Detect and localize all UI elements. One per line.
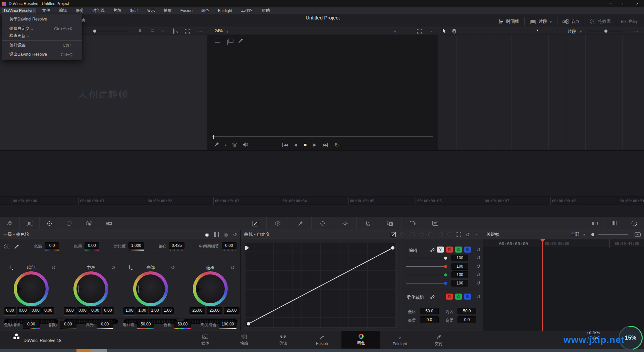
collapse-panel-icon[interactable]: ◀ <box>635 232 641 237</box>
tab-fusion[interactable]: Fusion <box>303 331 341 350</box>
curves-reset-icon[interactable]: ↺ <box>466 232 470 237</box>
luma-gain-field[interactable]: 100 <box>451 255 468 261</box>
gain-red-field[interactable]: 1.00 <box>136 307 148 314</box>
soft-clip-g-button[interactable]: G <box>455 294 462 300</box>
menu-clip[interactable]: 片段 <box>113 8 121 13</box>
nodes-toggle[interactable]: 节点 <box>557 18 585 25</box>
curve-sat-sat-icon[interactable] <box>438 232 443 237</box>
offset-red-field[interactable]: 25.00 <box>190 307 205 314</box>
gain-reset-icon[interactable]: ↺ <box>171 265 175 270</box>
pivot-field[interactable]: 0.435 <box>169 242 184 249</box>
keyframes-playhead-line[interactable] <box>542 239 543 331</box>
primary-bars-mode-icon[interactable] <box>214 232 219 237</box>
primary-reset-icon[interactable]: ↺ <box>233 232 237 237</box>
high-soft-field[interactable]: 0.0 <box>458 316 476 323</box>
color-wheels-button[interactable] <box>40 217 59 230</box>
menu-item-quit[interactable]: 退出DaVinci ResolveCtrl+Q <box>2 51 82 58</box>
menu-davinci-resolve[interactable]: DaVinci Resolve <box>2 8 36 13</box>
stereo-3d-button[interactable]: 3D <box>424 217 446 230</box>
channel-g-button[interactable]: G <box>455 247 462 253</box>
shadows-field[interactable]: 0.00 <box>60 321 76 327</box>
clips-mode-chevron-icon[interactable]: ∨ <box>580 30 582 33</box>
viewer-zoom-select[interactable]: 24% <box>215 29 223 33</box>
clips-toggle[interactable]: ][ 片段 ∨ <box>525 18 557 25</box>
low-soft-field[interactable]: 0.0 <box>420 316 439 323</box>
auto-balance-icon[interactable]: A <box>4 244 9 249</box>
stop-icon[interactable]: ■ <box>304 142 307 147</box>
taskbar-item[interactable] <box>76 349 91 352</box>
tracker-button[interactable] <box>334 217 357 230</box>
clip-zoom-slider[interactable] <box>604 30 607 33</box>
maximize-button[interactable]: □ <box>617 0 631 7</box>
gallery-options-icon[interactable]: ⋯ <box>198 29 203 34</box>
menu-view[interactable]: 显示 <box>147 8 155 13</box>
hdr-wheels-button[interactable] <box>59 217 79 230</box>
scopes-button[interactable] <box>604 217 624 230</box>
timeline-select-chevron-icon[interactable]: ∨ <box>394 30 396 33</box>
curve-custom-icon[interactable] <box>391 232 396 237</box>
dual-screen-button[interactable] <box>585 217 604 230</box>
high-clip-field[interactable]: 50.0 <box>458 308 476 314</box>
sizing-palette-button[interactable] <box>401 217 424 230</box>
blur-palette-button[interactable] <box>357 217 379 230</box>
viewer-scrub-bar[interactable] <box>212 136 433 137</box>
tab-cut[interactable]: 快编 <box>225 331 264 350</box>
curve-hue-sat-icon[interactable] <box>410 232 415 237</box>
menu-workspace[interactable]: 工作区 <box>241 8 253 13</box>
motion-effects-button[interactable] <box>99 217 119 230</box>
eyedropper-chevron-icon[interactable]: ∨ <box>224 143 227 146</box>
view-dot-icon[interactable]: ○ <box>545 29 546 32</box>
blue-gain-slider[interactable] <box>406 283 446 283</box>
menu-trim[interactable]: 修剪 <box>76 8 84 13</box>
color-boost-field[interactable]: 0.00 <box>23 321 40 327</box>
timeline-ruler[interactable]: 00:00:00:00 00:00:00:01 00:00:00:02 00:0… <box>0 196 644 205</box>
saturation-field[interactable]: 50.00 <box>137 321 154 327</box>
gain-master-field[interactable]: 1.00 <box>123 307 136 314</box>
blue-gain-field[interactable]: 100 <box>451 280 468 287</box>
auto-color-wand-icon[interactable] <box>14 244 19 249</box>
view-dot-active-icon[interactable]: ● <box>537 29 538 32</box>
lift-red-field[interactable]: 0.00 <box>17 307 29 314</box>
layers-icon[interactable] <box>232 142 237 147</box>
gamma-master-field[interactable]: 0.00 <box>64 307 76 314</box>
expand-icon[interactable] <box>185 29 190 34</box>
qualifier-button[interactable] <box>289 217 312 230</box>
eyedropper-icon[interactable] <box>214 142 219 147</box>
luma-reset-icon[interactable]: ↺ <box>476 255 481 260</box>
blue-reset-icon[interactable]: ↺ <box>476 280 481 285</box>
clips-strip-panel[interactable] <box>438 35 644 150</box>
loop-icon[interactable]: ↻ <box>335 142 339 147</box>
tab-edit[interactable]: 剪辑 <box>264 331 303 350</box>
timeline-toggle[interactable]: 时间线 <box>493 18 524 25</box>
tab-media[interactable]: 媒体 <box>186 331 225 350</box>
soft-clip-reset-icon[interactable]: ↺ <box>476 294 481 299</box>
gain-green-field[interactable]: 1.00 <box>149 307 161 314</box>
gamma-red-field[interactable]: 0.00 <box>76 307 89 314</box>
green-gain-slider[interactable] <box>406 275 446 275</box>
gamma-green-field[interactable]: 0.00 <box>89 307 101 314</box>
timeline-options-icon[interactable]: ⋯ <box>634 29 639 34</box>
info-button[interactable]: i <box>624 217 644 230</box>
tab-fairlight[interactable]: ♪ Fairlight <box>380 331 419 350</box>
menu-timeline[interactable]: 时间线 <box>93 8 105 13</box>
grid-view-icon[interactable]: ▪▪▪▪▪▪ <box>151 29 154 32</box>
effects-library-toggle[interactable]: ƒx 特效库 <box>585 18 616 25</box>
keyframes-ruler[interactable]: 00:00:00:00 00:00:00:00 -86:50:46:00 <box>483 239 644 248</box>
os-taskbar[interactable] <box>0 349 644 352</box>
menu-help[interactable]: 帮助 <box>262 8 270 13</box>
menu-color[interactable]: 调色 <box>201 8 209 13</box>
keyframes-filter-chevron-icon[interactable]: ∨ <box>583 233 585 236</box>
lift-blue-field[interactable]: 0.00 <box>42 307 54 314</box>
play-reverse-icon[interactable]: ◀ <box>294 143 297 147</box>
key-palette-button[interactable] <box>379 217 401 230</box>
taskbar-item[interactable] <box>91 349 107 352</box>
menu-mark[interactable]: 标记 <box>130 8 138 13</box>
enhance-wand-icon[interactable] <box>238 38 244 43</box>
skip-end-icon[interactable]: ▶▶ <box>323 143 328 147</box>
timeline-strip[interactable]: 00:00:00:00 00:00:00:01 00:00:00:02 00:0… <box>0 150 644 217</box>
channel-r-button[interactable]: R <box>446 247 453 253</box>
curve-lum-sat-icon[interactable] <box>428 232 433 237</box>
tab-color[interactable]: 调色 <box>341 331 380 350</box>
camera-raw-button[interactable] <box>20 217 40 230</box>
offset-blue-field[interactable]: 25.00 <box>224 307 239 314</box>
